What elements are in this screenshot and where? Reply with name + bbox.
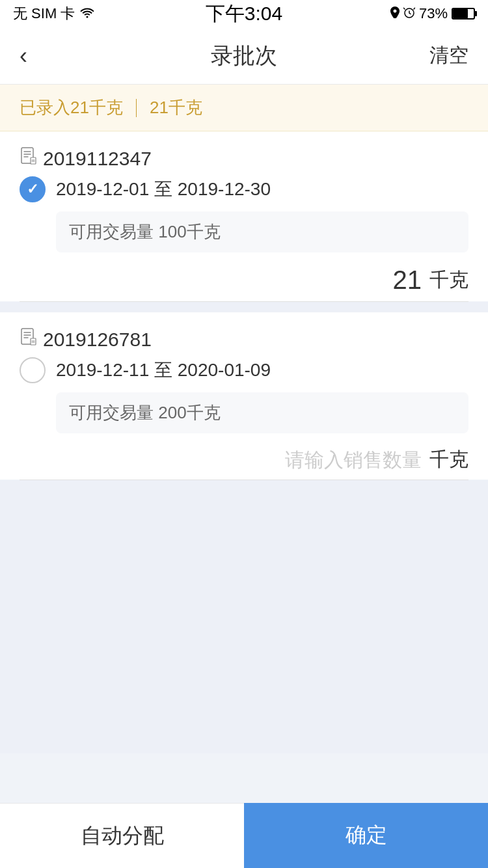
bottom-bar: 自动分配 确定 — [0, 803, 488, 868]
location-icon — [390, 5, 400, 22]
auto-distribute-button[interactable]: 自动分配 — [0, 803, 244, 868]
batch-date-row-2[interactable]: 2019-12-11 至 2020-01-09 — [20, 357, 468, 383]
info-value: 21千克 — [150, 96, 202, 119]
battery-percent: 73% — [419, 5, 448, 22]
alarm-icon — [403, 5, 415, 22]
clear-button[interactable]: 清空 — [429, 42, 468, 69]
batch-id-row-1: 2019112347 — [20, 147, 468, 170]
amount-row-1: 21 千克 — [0, 252, 488, 301]
batch-item-2: 2019126781 2019-12-11 至 2020-01-09 可用交易量… — [0, 312, 488, 433]
batch-id-row-2: 2019126781 — [20, 328, 468, 351]
amount-value-1: 21 — [393, 265, 422, 295]
info-banner: 已录入21千克 21千克 — [0, 85, 488, 131]
no-sim-label: 无 SIM 卡 — [13, 4, 75, 23]
back-button[interactable]: ‹ — [20, 42, 59, 70]
batch-date-1: 2019-12-01 至 2019-12-30 — [56, 177, 271, 202]
batch-item-1: 2019112347 ✓ 2019-12-01 至 2019-12-30 可用交… — [0, 131, 488, 252]
batch-date-row-1[interactable]: ✓ 2019-12-01 至 2019-12-30 — [20, 176, 468, 202]
batch-doc-icon-2 — [20, 328, 38, 351]
batch-id-1: 2019112347 — [43, 148, 152, 170]
batch-doc-icon-1 — [20, 147, 38, 170]
section-separator — [0, 302, 488, 312]
recorded-label: 已录入21千克 — [20, 96, 123, 119]
batch-date-2: 2019-12-11 至 2020-01-09 — [56, 358, 271, 383]
batch-qty-box-2: 可用交易量 200千克 — [56, 392, 468, 433]
batch-qty-box-1: 可用交易量 100千克 — [56, 211, 468, 252]
batch-radio-1[interactable]: ✓ — [20, 176, 46, 202]
amount-unit-1: 千克 — [429, 267, 468, 293]
info-divider — [136, 99, 137, 117]
battery-icon — [452, 8, 475, 20]
wifi-icon — [80, 5, 94, 22]
confirm-button[interactable]: 确定 — [244, 803, 488, 868]
nav-bar: ‹ 录批次 清空 — [0, 27, 488, 85]
status-left: 无 SIM 卡 — [13, 4, 94, 23]
batch-id-2: 2019126781 — [43, 329, 152, 351]
status-time: 下午3:04 — [206, 1, 282, 27]
svg-rect-4 — [31, 338, 36, 345]
status-right: 73% — [390, 5, 475, 22]
empty-area — [0, 480, 488, 753]
page-title: 录批次 — [211, 41, 277, 71]
input-unit-2: 千克 — [429, 446, 468, 473]
batch-radio-2[interactable] — [20, 357, 46, 383]
status-bar: 无 SIM 卡 下午3:04 73% — [0, 0, 488, 27]
check-mark-1: ✓ — [27, 181, 38, 198]
svg-rect-2 — [31, 157, 36, 164]
qty-input-2[interactable] — [226, 449, 422, 471]
input-row-2: 千克 — [0, 433, 488, 480]
